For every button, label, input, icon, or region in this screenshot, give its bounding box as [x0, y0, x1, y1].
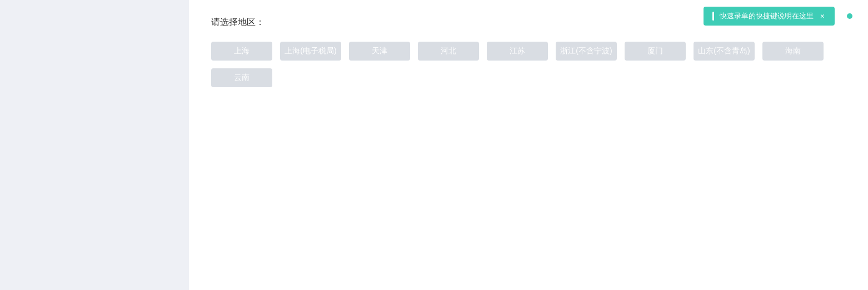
- region-buttons-container: 上海上海(电子税局)天津河北江苏浙江(不含宁波)厦门山东(不含青岛)海南云南: [211, 42, 846, 87]
- region-button-yunnan[interactable]: 云南: [211, 68, 272, 87]
- region-button-shandong[interactable]: 山东(不含青岛): [694, 42, 755, 61]
- region-button-shanghai-etax[interactable]: 上海(电子税局): [280, 42, 341, 61]
- region-button-jiangsu[interactable]: 江苏: [487, 42, 548, 61]
- left-panel: [0, 0, 189, 290]
- region-button-hainan[interactable]: 海南: [762, 42, 824, 61]
- tooltip-close-button[interactable]: ×: [819, 12, 826, 21]
- region-button-hebei[interactable]: 河北: [418, 42, 479, 61]
- region-button-zhejiang[interactable]: 浙江(不含宁波): [556, 42, 617, 61]
- tooltip-dot: [847, 13, 852, 19]
- tooltip-bar: [712, 12, 714, 21]
- tooltip-label: 快速录单的快捷键说明在这里: [720, 11, 814, 21]
- region-button-xiamen[interactable]: 厦门: [625, 42, 686, 61]
- region-button-shanghai[interactable]: 上海: [211, 42, 272, 61]
- tooltip-banner: 快速录单的快捷键说明在这里 ×: [704, 7, 835, 26]
- main-content: 请选择地区： 上海上海(电子税局)天津河北江苏浙江(不含宁波)厦门山东(不含青岛…: [189, 0, 868, 290]
- region-button-tianjin[interactable]: 天津: [349, 42, 410, 61]
